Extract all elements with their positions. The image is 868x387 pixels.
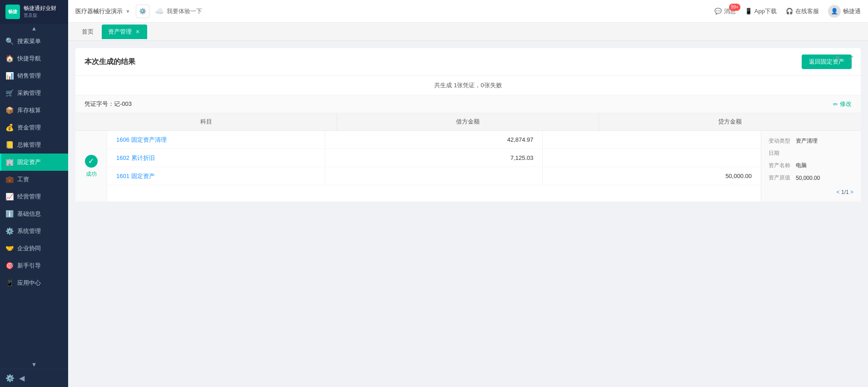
- message-button[interactable]: 💬 消息 99+: [714, 7, 736, 15]
- panel-controls: ✕ ⤢: [833, 53, 856, 63]
- pagination-prev[interactable]: <: [837, 189, 840, 195]
- user-menu[interactable]: 👤 畅捷通: [828, 5, 861, 18]
- col-header-subject: 科目: [75, 113, 337, 130]
- company-selector[interactable]: 医疗器械行业演示 ▼: [75, 7, 130, 15]
- tab-home[interactable]: 首页: [75, 25, 100, 39]
- sidebar-item-assets[interactable]: 🏢 固定资产: [0, 154, 68, 171]
- col-header-credit: 贷方金额: [599, 113, 861, 130]
- summary-text: 共生成 1张凭证，0张失败: [434, 82, 501, 89]
- sales-icon: 📊: [5, 72, 14, 80]
- company-name: 医疗器械行业演示: [75, 7, 123, 15]
- result-panel: ✕ ⤢ 本次生成的结果 返回固定资产 共生成 1张凭证，0张失败 凭证字号：记-…: [75, 48, 861, 202]
- app-download-button[interactable]: 📱 App下载: [745, 7, 777, 15]
- date-row: 日期: [769, 149, 853, 157]
- side-info-panel: 变动类型 资产清理 日期 资产名称 电脑 资产原值: [761, 131, 861, 202]
- topbar-right: 💬 消息 99+ 📱 App下载 🎧 在线客服 👤 畅捷通: [714, 5, 861, 18]
- system-icon: ⚙️: [5, 227, 14, 235]
- username: 畅捷通: [843, 7, 861, 15]
- message-badge: 99+: [729, 4, 740, 11]
- sidebar-item-label: 应用中心: [17, 279, 41, 287]
- sidebar-item-label: 工资: [17, 175, 29, 184]
- scroll-up-button[interactable]: ▲: [0, 24, 68, 33]
- original-value-label: 资产原值: [769, 174, 796, 182]
- sidebar-item-inventory[interactable]: 📦 库存核算: [0, 102, 68, 119]
- tabs-bar: 首页 资产管理 ✕: [68, 23, 868, 41]
- sidebar-item-sales[interactable]: 📊 销售管理: [0, 67, 68, 84]
- result-summary: 共生成 1张凭证，0张失败: [75, 76, 861, 95]
- experience-button[interactable]: ☁️ 我要体验一下: [155, 7, 202, 15]
- sidebar-item-label: 企业协同: [17, 244, 41, 253]
- row1-subject: 1606 固定资产清理: [107, 131, 325, 149]
- edit-button[interactable]: ✏ 修改: [833, 100, 852, 108]
- sidebar-item-quicknav[interactable]: 🏠 快捷导航: [0, 50, 68, 67]
- sidebar-item-payroll[interactable]: 💼 工资: [0, 171, 68, 188]
- dropdown-arrow-icon: ▼: [125, 9, 130, 14]
- table-row: 1606 固定资产清理 42,874.97: [107, 131, 761, 149]
- table-row: 1602 累计折旧 7,125.03: [107, 149, 761, 167]
- expand-panel-button[interactable]: ⤢: [846, 53, 856, 63]
- sidebar-item-label: 库存核算: [17, 106, 41, 114]
- sidebar-item-operations[interactable]: 📈 经营管理: [0, 188, 68, 205]
- guide-icon: 🎯: [5, 262, 14, 270]
- apps-icon: 📱: [5, 279, 14, 287]
- content-area: ✕ ⤢ 本次生成的结果 返回固定资产 共生成 1张凭证，0张失败 凭证字号：记-…: [68, 41, 868, 387]
- collapse-icon[interactable]: ◀: [19, 374, 25, 382]
- original-value-row: 资产原值 50,000.00: [769, 174, 853, 182]
- sidebar-item-enterprise[interactable]: 🤝 企业协同: [0, 240, 68, 257]
- row3-subject: 1601 固定资产: [107, 167, 325, 185]
- avatar: 👤: [828, 5, 841, 18]
- close-panel-button[interactable]: ✕: [833, 53, 843, 63]
- pagination-next[interactable]: >: [850, 189, 853, 195]
- search-icon: 🔍: [5, 37, 14, 45]
- home-icon: 🏠: [5, 55, 14, 63]
- cloud-icon: ☁️: [155, 7, 164, 15]
- result-header: 本次生成的结果 返回固定资产: [75, 48, 861, 76]
- row2-subject: 1602 累计折旧: [107, 149, 325, 167]
- sidebar-item-ledger[interactable]: 📒 总账管理: [0, 136, 68, 154]
- sidebar-item-apps[interactable]: 📱 应用中心: [0, 274, 68, 292]
- sidebar-item-label: 经营管理: [17, 193, 41, 201]
- voucher-pagination: < 1/1 >: [769, 186, 853, 195]
- sidebar-item-label: 新手引导: [17, 262, 41, 270]
- inventory-icon: 📦: [5, 106, 14, 114]
- basic-icon: ℹ️: [5, 210, 14, 218]
- sidebar-item-label: 采购管理: [17, 89, 41, 97]
- settings-footer-icon[interactable]: ⚙️: [5, 374, 15, 382]
- sidebar-item-label: 快捷导航: [17, 55, 41, 63]
- sidebar-item-label: 搜索菜单: [17, 37, 41, 45]
- logo-subtitle: 普及版: [24, 12, 56, 19]
- voucher-body: ✓ 成功 1606 固定资产清理 42,874.97 1602: [75, 131, 861, 202]
- tab-asset-management[interactable]: 资产管理 ✕: [102, 25, 147, 39]
- sidebar-item-label: 基础信息: [17, 210, 41, 218]
- funds-icon: 💰: [5, 124, 14, 132]
- enterprise-icon: 🤝: [5, 244, 14, 253]
- sidebar-item-funds[interactable]: 💰 资金管理: [0, 119, 68, 136]
- sidebar-nav: 🔍 搜索菜单 🏠 快捷导航 📊 销售管理 🛒 采购管理 📦 库存核算 💰 资金管…: [0, 33, 68, 360]
- sidebar-item-system[interactable]: ⚙️ 系统管理: [0, 223, 68, 240]
- voucher-section: 凭证字号：记-003 ✏ 修改 科目 借方金额 贷方金额 ✓: [75, 95, 861, 202]
- service-icon: 🎧: [786, 8, 793, 15]
- row1-debit: 42,874.97: [325, 131, 543, 149]
- sidebar-item-guide[interactable]: 🎯 新手引导: [0, 257, 68, 274]
- payroll-icon: 💼: [5, 175, 14, 184]
- sidebar-item-purchase[interactable]: 🛒 采购管理: [0, 84, 68, 102]
- sidebar-item-search[interactable]: 🔍 搜索菜单: [0, 33, 68, 50]
- voucher-header: 凭证字号：记-003 ✏ 修改: [75, 95, 861, 113]
- row2-debit: 7,125.03: [325, 149, 543, 167]
- sidebar-item-basic[interactable]: ℹ️ 基础信息: [0, 205, 68, 223]
- col-header-debit: 借方金额: [337, 113, 599, 130]
- scroll-down-button[interactable]: ▼: [0, 360, 68, 369]
- tab-close-icon[interactable]: ✕: [134, 29, 141, 35]
- row2-credit: [543, 149, 761, 167]
- assets-icon: 🏢: [5, 158, 14, 166]
- change-type-value: 资产清理: [796, 137, 853, 145]
- customer-service-button[interactable]: 🎧 在线客服: [786, 7, 819, 15]
- sidebar-footer: ⚙️ ◀: [0, 369, 68, 387]
- topbar: 医疗器械行业演示 ▼ ⚙️ ☁️ 我要体验一下 💬 消息 99+ 📱 App下载…: [68, 0, 868, 23]
- success-indicator: ✓ 成功: [75, 131, 107, 202]
- logo-title: 畅捷通好业财: [24, 5, 56, 12]
- table-rows: 1606 固定资产清理 42,874.97 1602 累计折旧 7,125.03: [107, 131, 761, 202]
- app-icon: 📱: [745, 8, 752, 15]
- settings-button[interactable]: ⚙️: [136, 5, 149, 18]
- pagination-info: 1/1: [841, 189, 850, 195]
